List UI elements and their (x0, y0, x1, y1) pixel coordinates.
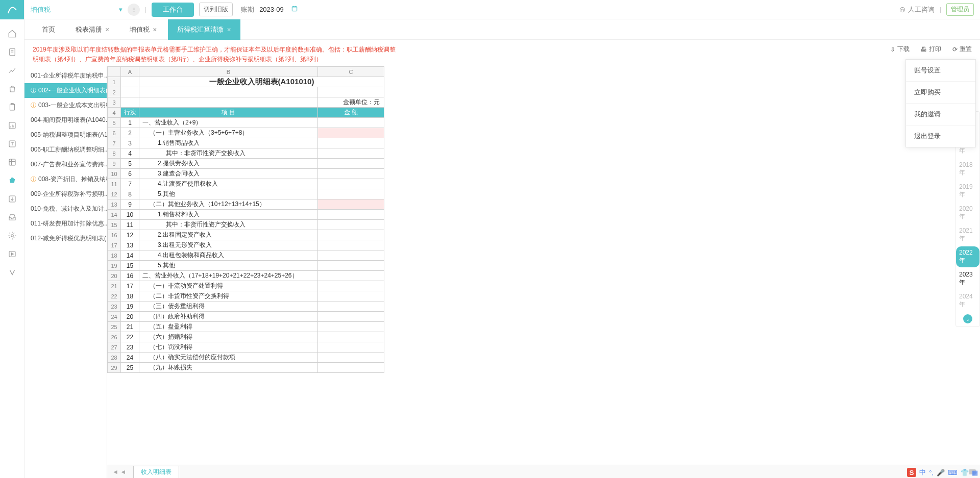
ime-lang[interactable]: 中 (919, 468, 926, 477)
form-item-006[interactable]: 006-职工薪酬纳税调整明细... (24, 142, 107, 157)
item-cell[interactable]: （一）主营业务收入（3+5+6+7+8） (139, 128, 318, 138)
year-2021年[interactable]: 2021年 (956, 224, 979, 245)
item-cell[interactable]: （六）捐赠利得 (139, 332, 318, 342)
print-button[interactable]: 🖶 打印 (921, 45, 941, 54)
period-value[interactable]: 2023-09 (259, 6, 284, 13)
nav-grid-icon[interactable] (0, 153, 24, 171)
ime-keyboard-icon[interactable]: ⌨ (948, 469, 958, 476)
nav-bag-icon[interactable] (0, 80, 24, 98)
item-cell[interactable]: 1.销售材料收入 (139, 210, 318, 220)
year-2020年[interactable]: 2020年 (956, 203, 979, 223)
sheet-tab[interactable]: 收入明细表 (133, 466, 179, 478)
amount-cell[interactable] (318, 240, 384, 250)
item-cell[interactable]: （一）非流动资产处置利得 (139, 281, 318, 291)
spreadsheet[interactable]: ABC1一般企业收入明细表(A101010)23金额单位：元4行次项 目金 额5… (107, 66, 980, 465)
amount-cell[interactable] (318, 291, 384, 301)
year-2022年[interactable]: 2022年 (956, 246, 979, 267)
user-menu-item[interactable]: 账号设置 (906, 60, 975, 82)
amount-cell[interactable] (318, 353, 384, 363)
item-cell[interactable]: 二、营业外收入（17+18+19+20+21+22+23+24+25+26） (139, 271, 318, 281)
nav-settings-icon[interactable] (0, 227, 24, 245)
item-cell[interactable]: 4.让渡资产使用权收入 (139, 179, 318, 189)
item-cell[interactable]: 其中：非货币性资产交换收入 (139, 220, 318, 230)
item-cell[interactable]: （四）政府补助利得 (139, 312, 318, 322)
amount-cell[interactable] (318, 189, 384, 199)
close-icon[interactable]: × (105, 26, 109, 34)
user-menu-item[interactable]: 我的邀请 (906, 104, 975, 125)
amount-cell[interactable] (318, 281, 384, 291)
round-toggle-icon[interactable] (128, 4, 140, 16)
amount-cell[interactable] (318, 363, 384, 373)
amount-cell[interactable] (318, 169, 384, 179)
amount-cell[interactable] (318, 250, 384, 261)
amount-cell[interactable] (318, 179, 384, 189)
close-icon[interactable]: × (227, 26, 231, 34)
year-2018年[interactable]: 2018年 (956, 159, 979, 180)
nav-tax-icon[interactable] (0, 171, 24, 190)
tab-增值税[interactable]: 增值税× (120, 19, 166, 40)
amount-cell[interactable] (318, 301, 384, 312)
nav-report-icon[interactable] (0, 116, 24, 135)
nav-doc-icon[interactable] (0, 43, 24, 61)
nav-home-icon[interactable] (0, 24, 24, 43)
support-link[interactable]: 人工咨询 (899, 5, 935, 14)
amount-cell[interactable] (318, 199, 384, 210)
nav-clipboard-icon[interactable] (0, 98, 24, 116)
item-cell[interactable]: （七）罚没利得 (139, 342, 318, 353)
item-cell[interactable]: 3.建造合同收入 (139, 169, 318, 179)
item-cell[interactable]: （九）坏账损失 (139, 363, 318, 373)
calendar-icon[interactable] (291, 5, 298, 14)
workbench-button[interactable]: 工作台 (152, 3, 194, 17)
amount-cell[interactable] (318, 220, 384, 230)
item-cell[interactable]: 其中：非货币性资产交换收入 (139, 148, 318, 159)
item-cell[interactable]: 3.出租无形资产收入 (139, 240, 318, 250)
item-cell[interactable]: （二）其他业务收入（10+12+13+14+15） (139, 199, 318, 210)
item-cell[interactable]: 4.出租包装物和商品收入 (139, 250, 318, 261)
user-menu-item[interactable]: 退出登录 (906, 125, 975, 147)
form-item-012[interactable]: 012-减免所得税优惠明细表(... (24, 231, 107, 246)
item-cell[interactable]: 1.销售商品收入 (139, 138, 318, 148)
form-item-007[interactable]: 007-广告费和业务宣传费跨... (24, 157, 107, 172)
item-cell[interactable]: 5.其他 (139, 261, 318, 271)
ime-skin-icon[interactable]: 👕 (961, 469, 969, 476)
nav-video-icon[interactable] (0, 245, 24, 263)
amount-cell[interactable] (318, 271, 384, 281)
nav-chart-icon[interactable] (0, 61, 24, 80)
ime-punct-icon[interactable]: °, (929, 469, 934, 476)
download-button[interactable]: ⇩ 下载 (890, 45, 910, 54)
nav-export-icon[interactable] (0, 190, 24, 208)
item-cell[interactable]: （三）债务重组利得 (139, 301, 318, 312)
reset-button[interactable]: ⟳ 重置 (952, 45, 972, 54)
amount-cell[interactable] (318, 230, 384, 240)
item-cell[interactable]: 2.出租固定资产收入 (139, 230, 318, 240)
amount-cell[interactable] (318, 148, 384, 159)
amount-cell[interactable] (318, 261, 384, 271)
amount-cell[interactable] (318, 159, 384, 169)
amount-cell[interactable] (318, 322, 384, 332)
ime-badge-icon[interactable]: S (907, 468, 916, 477)
year-2019年[interactable]: 2019年 (956, 181, 979, 202)
switch-old-button[interactable]: 切到旧版 (199, 3, 233, 16)
sheet-nav-prev-icon[interactable]: ◄ ◄ (107, 468, 131, 475)
context-dropdown[interactable]: 增值税 ▾ (31, 5, 122, 14)
ime-mic-icon[interactable]: 🎤 (937, 469, 945, 476)
amount-cell[interactable] (318, 210, 384, 220)
amount-cell[interactable] (318, 138, 384, 148)
item-cell[interactable]: （八）确实无法偿付的应付款项 (139, 353, 318, 363)
nav-inbox-icon[interactable] (0, 208, 24, 227)
close-icon[interactable]: × (153, 26, 157, 34)
amount-cell[interactable] (318, 312, 384, 322)
form-item-008[interactable]: ⓘ008-资产折旧、摊销及纳税... (24, 172, 107, 187)
form-item-002[interactable]: ⓘ002-一般企业收入明细表(A1... (24, 83, 107, 98)
tab-税表清册[interactable]: 税表清册× (66, 19, 118, 40)
tab-所得税汇算清缴[interactable]: 所得税汇算清缴× (168, 19, 240, 40)
year-expand-icon[interactable]: ⌄ (963, 314, 972, 323)
amount-cell[interactable] (318, 342, 384, 353)
amount-cell[interactable] (318, 332, 384, 342)
item-cell[interactable]: 一、营业收入（2+9） (139, 118, 318, 128)
form-item-003[interactable]: ⓘ003-一般企业成本支出明细... (24, 98, 107, 113)
item-cell[interactable]: 2.提供劳务收入 (139, 159, 318, 169)
amount-cell[interactable] (318, 128, 384, 138)
user-menu-item[interactable]: 立即购买 (906, 82, 975, 104)
item-cell[interactable]: （五）盘盈利得 (139, 322, 318, 332)
